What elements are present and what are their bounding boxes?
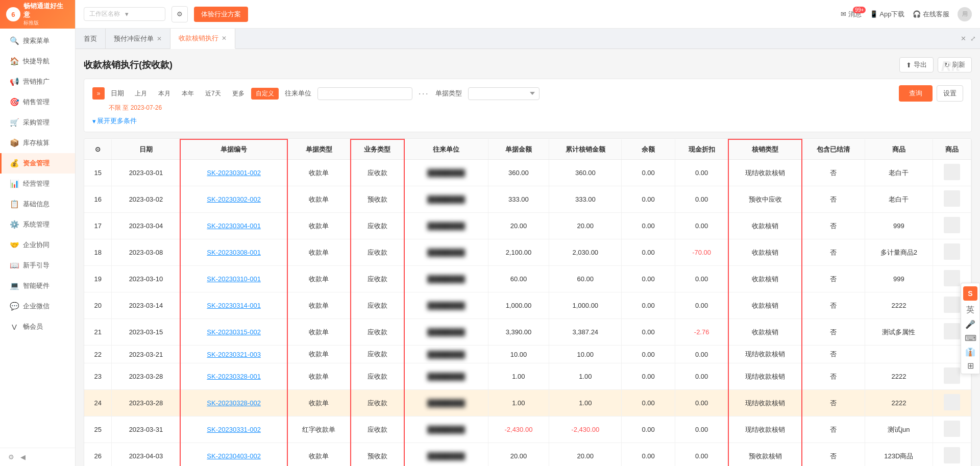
export-btn[interactable]: ⬆ 导出 — [899, 57, 934, 72]
phone-icon: 📱 — [870, 10, 878, 18]
cell-discount: 0.00 — [675, 346, 729, 363]
basic-icon: 📋 — [10, 200, 19, 209]
date-btn-more[interactable]: 更多 — [228, 88, 249, 100]
cell-included: 否 — [802, 363, 865, 390]
cell-billtype: 收款单 — [287, 363, 351, 390]
workspace-selector[interactable]: 工作区名称 ▾ — [84, 7, 165, 21]
cell-included: 否 — [802, 160, 865, 186]
cell-date: 2023-03-28 — [112, 390, 181, 416]
sidebar-item-hardware[interactable]: 💻 智能硬件 — [0, 276, 75, 296]
settings-icon[interactable]: ⚙ — [8, 453, 14, 461]
sidebar-item-quick[interactable]: 🏠 快捷导航 — [0, 51, 75, 71]
collapse-icon[interactable]: ◀ — [20, 453, 26, 461]
tab-home[interactable]: 首页 — [76, 29, 106, 48]
cell-balance: 0.00 — [622, 292, 675, 319]
sidebar-item-member[interactable]: V 畅会员 — [0, 316, 75, 337]
date-btn-custom[interactable]: 自定义 — [251, 88, 279, 100]
topbar: 工作区名称 ▾ ⚙ 体验行业方案 ✉ 消息 99+ 📱 App下载 🎧 在线客服… — [76, 0, 980, 29]
col-included[interactable]: 包含已结清 — [802, 139, 865, 160]
setting-btn[interactable]: 设置 — [937, 85, 963, 102]
col-writeofftype[interactable]: 核销类型 — [728, 139, 802, 160]
app-download[interactable]: 📱 App下载 — [870, 10, 904, 19]
settings-button[interactable]: ⚙ — [172, 6, 188, 22]
online-service[interactable]: 🎧 在线客服 — [913, 10, 949, 19]
col-writeoff[interactable]: 累计核销金额 — [549, 139, 622, 160]
col-goodsimg[interactable]: 商品 — [933, 139, 971, 160]
cell-writeoff: -2,430.00 — [549, 416, 622, 443]
sidebar-item-system[interactable]: ⚙️ 系统管理 — [0, 214, 75, 235]
workspace-chevron-icon: ▾ — [125, 10, 129, 18]
col-amount[interactable]: 单据金额 — [488, 139, 549, 160]
tab-close-prepay[interactable]: ✕ — [157, 35, 162, 42]
sidebar-item-finance[interactable]: 💰 资金管理 — [0, 153, 75, 174]
cell-biztype: 应收款 — [351, 363, 404, 390]
tab-close-writeoff[interactable]: ✕ — [222, 35, 227, 42]
sidebar-item-guide[interactable]: 📖 新手引导 — [0, 255, 75, 276]
industry-btn[interactable]: 体验行业方案 — [194, 7, 248, 22]
col-party[interactable]: 往来单位 — [404, 139, 488, 160]
float-icon-shirt[interactable]: 👔 — [965, 347, 975, 357]
col-goods[interactable]: 商品 — [865, 139, 933, 160]
cell-billno: SK-20230321-003 — [180, 346, 287, 363]
filter-toggle-btn[interactable]: » — [92, 87, 105, 100]
sidebar-item-corp[interactable]: 🤝 企业协同 — [0, 235, 75, 255]
float-icon-keyboard[interactable]: ⌨ — [965, 333, 976, 343]
expand-conditions-btn[interactable]: ▾ 展开更多条件 — [92, 116, 137, 126]
col-balance[interactable]: 余额 — [622, 139, 675, 160]
sidebar-item-purchase[interactable]: 🛒 采购管理 — [0, 112, 75, 133]
cell-included: 否 — [802, 346, 865, 363]
cell-writeoff: 2,030.00 — [549, 239, 622, 266]
cell-party: ████████ — [404, 266, 488, 292]
col-discount[interactable]: 现金折扣 — [675, 139, 729, 160]
app-name: 畅销通道好生意 — [23, 2, 69, 19]
col-billno[interactable]: 单据编号 — [180, 139, 287, 160]
cell-included: 否 — [802, 266, 865, 292]
tab-prepay[interactable]: 预付冲应付单 ✕ — [106, 29, 170, 48]
col-date[interactable]: 日期 — [112, 139, 181, 160]
cell-billno: SK-20230331-002 — [180, 416, 287, 443]
col-biztype[interactable]: 业务类型 — [351, 139, 404, 160]
cell-amount: 2,100.00 — [488, 239, 549, 266]
cell-included: 否 — [802, 443, 865, 467]
cell-goodsimg — [933, 239, 971, 266]
date-btn-thisyear[interactable]: 本年 — [177, 88, 199, 100]
col-billtype[interactable]: 单据类型 — [287, 139, 351, 160]
message-badge[interactable]: ✉ 消息 99+ — [841, 10, 862, 19]
cell-goodsimg — [933, 443, 971, 467]
date-btn-lastmonth[interactable]: 上月 — [130, 88, 152, 100]
float-icon-grid[interactable]: ⊞ — [967, 361, 974, 371]
cell-date: 2023-03-21 — [112, 346, 181, 363]
bill-type-select[interactable] — [468, 87, 540, 100]
cell-writeofftype: 现结收款核销 — [728, 346, 802, 363]
sidebar-item-operation[interactable]: 📊 经营管理 — [0, 174, 75, 194]
col-settings[interactable]: ⊙ — [84, 139, 112, 160]
sidebar-item-basic[interactable]: 📋 基础信息 — [0, 194, 75, 214]
filter-actions: 查询 设置 — [899, 85, 963, 102]
sidebar-item-search[interactable]: 🔍 搜索菜单 — [0, 31, 75, 51]
sidebar-item-sales[interactable]: 🎯 销售管理 — [0, 92, 75, 112]
query-btn[interactable]: 查询 — [899, 85, 933, 102]
float-icon-text[interactable]: 英 — [966, 305, 974, 315]
sidebar-item-marketing[interactable]: 📢 营销推广 — [0, 71, 75, 92]
cell-party: ████████ — [404, 239, 488, 266]
user-avatar[interactable]: 用 — [958, 7, 972, 21]
tab-expand-icon[interactable]: ⤢ — [970, 35, 976, 42]
cell-billno: SK-20230301-002 — [180, 160, 287, 186]
sidebar-item-wechat[interactable]: 💬 企业微信 — [0, 296, 75, 316]
date-btn-7days[interactable]: 近7天 — [201, 88, 226, 100]
operation-icon: 📊 — [10, 179, 19, 188]
date-quick-btns: 上月 本月 本年 近7天 更多 自定义 — [130, 88, 279, 100]
cell-no: 21 — [84, 319, 112, 346]
float-icon-mic[interactable]: 🎤 — [965, 320, 975, 329]
table-row: 21 2023-03-15 SK-20230315-002 收款单 应收款 ██… — [84, 319, 971, 346]
cell-writeoff: 360.00 — [549, 160, 622, 186]
cell-date: 2023-03-10 — [112, 266, 181, 292]
search-icon: 🔍 — [10, 36, 19, 45]
cell-goodsimg — [933, 186, 971, 213]
tab-writeoff[interactable]: 收款核销执行 ✕ — [170, 29, 235, 49]
sidebar-item-inventory[interactable]: 📦 库存核算 — [0, 133, 75, 153]
tab-close-all-icon[interactable]: ✕ — [961, 35, 966, 42]
s-logo: S — [963, 286, 977, 301]
date-btn-thismonth[interactable]: 本月 — [154, 88, 175, 100]
party-input[interactable] — [317, 87, 412, 100]
